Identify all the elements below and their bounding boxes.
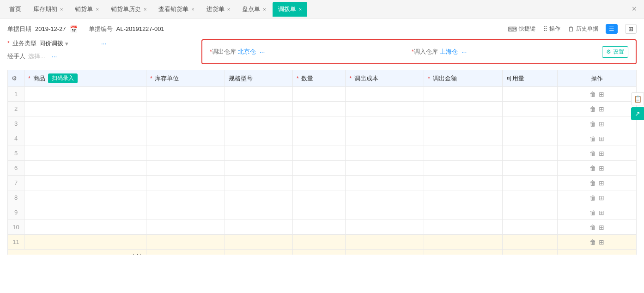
row-num: 3: [8, 116, 24, 131]
business-type-more-button[interactable]: ···: [101, 40, 107, 47]
business-type-label: 业务类型: [12, 39, 36, 48]
copy-icon[interactable]: ⊞: [599, 150, 604, 157]
tab-inventory-init-close[interactable]: ×: [60, 6, 63, 12]
row-product[interactable]: [24, 131, 146, 146]
copy-icon[interactable]: ⊞: [599, 194, 604, 201]
warehouse-in-more-button[interactable]: ···: [462, 48, 467, 55]
row-product[interactable]: [24, 220, 146, 235]
row-spec: [225, 131, 292, 146]
row-num: 4: [8, 131, 24, 146]
tab-inventory-init[interactable]: 库存期初 ×: [28, 2, 68, 17]
tab-purchase-order[interactable]: 进货单 ×: [201, 2, 236, 17]
row-unit: [146, 220, 225, 235]
copy-icon[interactable]: ⊞: [599, 120, 604, 128]
row-unit: [146, 131, 225, 146]
tab-sales-history[interactable]: 销货单历史 ×: [105, 2, 152, 17]
settings-icon: ⚙: [606, 49, 611, 55]
copy-icon[interactable]: ⊞: [599, 165, 604, 172]
delete-icon[interactable]: 🗑: [589, 165, 596, 172]
copy-icon[interactable]: ⊞: [599, 238, 604, 246]
copy-icon[interactable]: ⊞: [599, 209, 604, 216]
copy-icon[interactable]: ⊞: [599, 179, 604, 187]
delete-icon[interactable]: 🗑: [589, 179, 596, 187]
row-product[interactable]: [24, 235, 146, 250]
delete-icon[interactable]: 🗑: [589, 238, 596, 246]
tab-transfer-order-close[interactable]: ×: [299, 6, 302, 12]
tab-inventory-count[interactable]: 盘点单 ×: [237, 2, 271, 17]
form-left: * 业务类型 同价调拨 ▾ ··· 经手人 选择... ···: [7, 39, 201, 64]
delete-icon[interactable]: 🗑: [589, 105, 596, 113]
row-product[interactable]: [24, 190, 146, 205]
layout-list-button[interactable]: ☰: [606, 24, 618, 34]
tab-transfer-order[interactable]: 调拨单 ×: [273, 2, 307, 17]
tab-sales-history-close[interactable]: ×: [144, 6, 146, 12]
delete-icon[interactable]: 🗑: [589, 135, 596, 142]
row-product[interactable]: [24, 205, 146, 220]
warehouse-in-label: 调入仓库: [414, 48, 438, 56]
row-available: [502, 116, 557, 131]
warehouse-out-more-button[interactable]: ···: [260, 48, 265, 55]
window-close-button[interactable]: ×: [628, 4, 640, 14]
date-field: 单据日期 2019-12-27 📅: [7, 25, 78, 33]
delete-icon[interactable]: 🗑: [589, 194, 596, 201]
row-product[interactable]: [24, 87, 146, 102]
row-cost: [346, 176, 424, 190]
tab-inventory-count-close[interactable]: ×: [263, 6, 266, 12]
tab-view-sales[interactable]: 查看销货单 ×: [153, 2, 200, 17]
business-type-dropdown-icon[interactable]: ▾: [65, 40, 68, 47]
row-spec: [225, 176, 292, 190]
col-settings: ⚙: [8, 70, 24, 87]
sidebar-notes-button[interactable]: 📋: [631, 92, 644, 105]
expand-icon: ↗: [635, 110, 640, 117]
layout-grid-button[interactable]: ⊞: [625, 24, 637, 34]
row-product[interactable]: [24, 146, 146, 161]
calendar-icon[interactable]: 📅: [70, 25, 78, 33]
row-spec: [225, 205, 292, 220]
row-spec: [225, 116, 292, 131]
delete-icon[interactable]: 🗑: [589, 91, 596, 98]
copy-icon[interactable]: ⊞: [599, 135, 604, 142]
row-product[interactable]: [24, 176, 146, 190]
table-settings-icon[interactable]: ⚙: [12, 75, 17, 82]
row-product[interactable]: [24, 102, 146, 116]
handler-more-button[interactable]: ···: [52, 53, 57, 60]
handler-input[interactable]: 选择...: [28, 52, 45, 61]
row-product[interactable]: [24, 116, 146, 131]
business-type-select[interactable]: 同价调拨 ▾: [39, 39, 95, 48]
table-row: 1 🗑 ⊞: [8, 87, 637, 102]
tab-view-sales-close[interactable]: ×: [191, 6, 194, 12]
settings-button[interactable]: ⚙ 设置: [602, 46, 628, 58]
row-quantity: [292, 146, 345, 161]
business-type-field: * 业务类型 同价调拨 ▾ ···: [7, 39, 194, 48]
tab-purchase-order-close[interactable]: ×: [227, 6, 230, 12]
warehouse-in-section: * 调入仓库 上海仓 ···: [412, 48, 598, 56]
operation-button[interactable]: ⠿ 操作: [543, 25, 560, 33]
row-num: 11: [8, 235, 24, 250]
shortcut-button[interactable]: ⌨ 快捷键: [508, 25, 535, 33]
handler-field: 经手人 选择... ···: [7, 52, 194, 61]
delete-icon[interactable]: 🗑: [589, 120, 596, 128]
tab-transfer-order-label: 调拨单: [278, 5, 296, 13]
copy-icon[interactable]: ⊞: [599, 105, 604, 113]
copy-icon[interactable]: ⊞: [599, 224, 604, 231]
copy-icon[interactable]: ⊞: [599, 91, 604, 98]
tab-bar: 首页 库存期初 × 销货单 × 销货单历史 × 查看销货单 × 进货单 × 盘点…: [0, 0, 644, 18]
data-table: ⚙ * 商品 扫码录入 库存单位 规格型号: [7, 70, 637, 255]
row-cost: [346, 220, 424, 235]
row-amount: [424, 176, 503, 190]
tab-home[interactable]: 首页: [4, 2, 27, 17]
delete-icon[interactable]: 🗑: [589, 224, 596, 231]
scan-button[interactable]: 扫码录入: [48, 73, 78, 83]
tab-sales-order[interactable]: 销货单 ×: [69, 2, 104, 17]
subtotal-action: [558, 250, 637, 255]
delete-icon[interactable]: 🗑: [589, 209, 596, 216]
sidebar-expand-button[interactable]: ↗: [631, 107, 644, 120]
row-product[interactable]: [24, 161, 146, 176]
delete-icon[interactable]: 🗑: [589, 150, 596, 157]
subtotal-label: 小计: [8, 250, 146, 255]
row-action: 🗑 ⊞: [558, 102, 637, 116]
history-label: 历史单据: [576, 25, 598, 33]
history-button[interactable]: 🗒 历史单据: [568, 25, 598, 33]
tab-sales-order-close[interactable]: ×: [96, 6, 98, 12]
table-row: 9 🗑 ⊞: [8, 205, 637, 220]
